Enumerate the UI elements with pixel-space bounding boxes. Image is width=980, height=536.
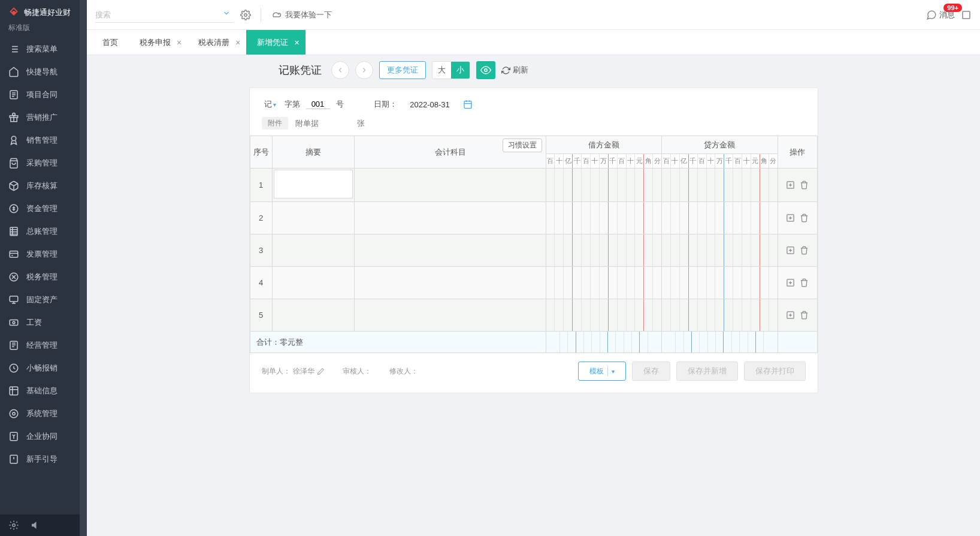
voucher-head: 记 ▾ 字第 号 日期： xyxy=(250,88,818,117)
debit-cell[interactable] xyxy=(546,267,662,299)
summary-cell[interactable] xyxy=(272,299,355,332)
summary-cell[interactable] xyxy=(272,168,355,202)
add-row-icon[interactable] xyxy=(786,278,795,287)
calendar-icon[interactable] xyxy=(463,100,473,109)
search-input[interactable] xyxy=(95,10,217,19)
sidebar-item-11[interactable]: 固定资产 xyxy=(0,288,87,311)
subject-cell[interactable] xyxy=(355,267,546,299)
voucher-number-input[interactable] xyxy=(306,100,330,109)
sidebar-item-4[interactable]: 销售管理 xyxy=(0,129,87,152)
habit-setting-button[interactable]: 习惯设置 xyxy=(503,138,542,152)
sidebar-item-7[interactable]: 资金管理 xyxy=(0,197,87,220)
save-print-button[interactable]: 保存并打印 xyxy=(744,362,806,381)
eye-toggle-button[interactable] xyxy=(476,61,495,79)
sidebar-item-1[interactable]: 快捷导航 xyxy=(0,61,87,83)
add-row-icon[interactable] xyxy=(786,180,795,189)
sidebar-item-6[interactable]: 库存核算 xyxy=(0,174,87,197)
sidebar-item-8[interactable]: 总账管理 xyxy=(0,220,87,243)
sidebar-item-13[interactable]: 经营管理 xyxy=(0,334,87,357)
delete-row-icon[interactable] xyxy=(800,311,809,320)
main: 我要体验一下 消息 99+ 首页税务申报×税表清册×新增凭证× 记账凭证 更多凭… xyxy=(87,0,980,536)
credit-cell[interactable] xyxy=(662,299,778,332)
refresh-button[interactable]: 刷新 xyxy=(501,65,528,76)
debit-cell[interactable] xyxy=(546,168,662,202)
tab-2[interactable]: 税表清册× xyxy=(187,30,246,55)
tab-1[interactable]: 税务申报× xyxy=(129,30,187,55)
more-voucher-button[interactable]: 更多凭证 xyxy=(379,61,426,79)
next-button[interactable] xyxy=(355,61,373,79)
summary-cell[interactable] xyxy=(272,202,355,234)
sidebar-item-9[interactable]: 发票管理 xyxy=(0,243,87,266)
credit-cell[interactable] xyxy=(662,234,778,267)
delete-row-icon[interactable] xyxy=(800,246,809,255)
save-new-button[interactable]: 保存并新增 xyxy=(676,362,738,381)
sidebar-item-16[interactable]: 系统管理 xyxy=(0,402,87,425)
sidebar-item-17[interactable]: 企业协同 xyxy=(0,425,87,448)
sidebar-item-label: 小畅报销 xyxy=(26,363,58,374)
edit-icon[interactable] xyxy=(317,368,325,375)
sidebar-item-3[interactable]: 营销推广 xyxy=(0,106,87,129)
add-row-icon[interactable] xyxy=(786,213,795,222)
save-button[interactable]: 保存 xyxy=(632,362,670,381)
chevron-down-icon[interactable] xyxy=(222,9,233,20)
size-large[interactable]: 大 xyxy=(432,62,451,79)
voucher-type-select[interactable]: 记 ▾ xyxy=(262,98,279,111)
close-icon[interactable]: × xyxy=(235,38,240,47)
summary-cell[interactable] xyxy=(272,234,355,267)
subject-cell[interactable] xyxy=(355,299,546,332)
add-row-icon[interactable] xyxy=(786,246,795,255)
sidebar-item-0[interactable]: 搜索菜单 xyxy=(0,38,87,61)
subject-cell[interactable] xyxy=(355,202,546,234)
subject-cell[interactable] xyxy=(355,234,546,267)
debit-cell[interactable] xyxy=(546,202,662,234)
refresh-label: 刷新 xyxy=(513,65,528,76)
tab-0[interactable]: 首页 xyxy=(92,30,129,55)
th-idx: 序号 xyxy=(250,136,272,168)
summary-input[interactable] xyxy=(274,170,353,198)
subject-cell[interactable] xyxy=(355,168,546,202)
info-icon xyxy=(8,386,19,396)
row-idx: 4 xyxy=(250,267,272,299)
message-icon xyxy=(926,10,937,20)
gear-icon[interactable] xyxy=(240,10,251,20)
expand-icon[interactable] xyxy=(961,10,972,20)
credit-cell[interactable] xyxy=(662,202,778,234)
close-icon[interactable]: × xyxy=(294,38,299,47)
sound-icon[interactable] xyxy=(30,520,41,531)
sidebar-item-10[interactable]: 税务管理 xyxy=(0,266,87,288)
sidebar-item-2[interactable]: 项目合同 xyxy=(0,83,87,106)
sidebar-item-14[interactable]: 小畅报销 xyxy=(0,357,87,380)
template-button[interactable]: 模板 ▾ xyxy=(578,362,626,381)
debit-cell[interactable] xyxy=(546,234,662,267)
row-idx: 2 xyxy=(250,202,272,234)
delete-row-icon[interactable] xyxy=(800,213,809,222)
message-button[interactable]: 消息 99+ xyxy=(926,10,955,20)
credit-cell[interactable] xyxy=(662,168,778,202)
summary-cell[interactable] xyxy=(272,267,355,299)
toolbar-row: 记账凭证 更多凭证 大 小 刷新 xyxy=(279,61,968,79)
credit-cell[interactable] xyxy=(662,267,778,299)
close-icon[interactable]: × xyxy=(177,38,182,47)
settings-icon[interactable] xyxy=(8,520,19,531)
tab-3[interactable]: 新增凭证× xyxy=(246,30,305,55)
try-label: 我要体验一下 xyxy=(285,10,332,20)
attachment-button[interactable]: 附件 xyxy=(262,117,288,130)
th-subject: 会计科目 习惯设置 xyxy=(355,136,546,168)
voucher-date-input[interactable] xyxy=(403,100,457,109)
add-row-icon[interactable] xyxy=(786,311,795,320)
row-idx: 1 xyxy=(250,168,272,202)
doc-icon xyxy=(8,89,19,100)
size-small[interactable]: 小 xyxy=(451,62,470,79)
sidebar-scrollbar[interactable] xyxy=(80,0,87,536)
debit-cell[interactable] xyxy=(546,299,662,332)
delete-row-icon[interactable] xyxy=(800,180,809,189)
credit-digits: 百十亿千百十万千百十元角分 xyxy=(662,154,778,168)
row-idx: 3 xyxy=(250,234,272,267)
delete-row-icon[interactable] xyxy=(800,278,809,287)
prev-button[interactable] xyxy=(331,61,349,79)
sidebar-item-12[interactable]: 工资 xyxy=(0,311,87,334)
sidebar-item-15[interactable]: 基础信息 xyxy=(0,380,87,402)
sidebar-item-18[interactable]: 新手引导 xyxy=(0,448,87,471)
try-link[interactable]: 我要体验一下 xyxy=(271,10,332,20)
sidebar-item-5[interactable]: 采购管理 xyxy=(0,152,87,174)
